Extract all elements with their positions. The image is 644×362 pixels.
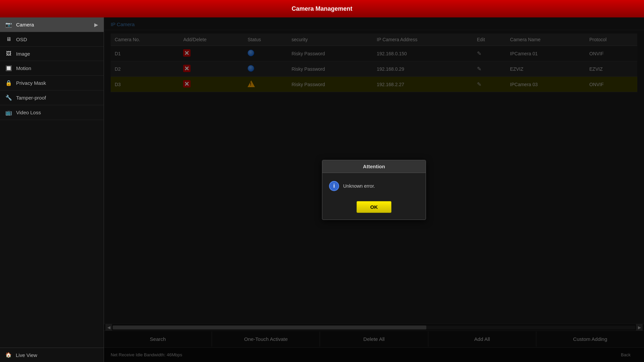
modal-title: Attention (322, 160, 426, 173)
modal-dialog: Attention i Unknown error. OK (322, 160, 426, 220)
modal-message: Unknown error. (343, 183, 375, 189)
arrow-icon: ▶ (94, 22, 98, 28)
modal-footer: OK (322, 198, 426, 220)
content-area: IP Camera Camera No.Add/DeleteStatussecu… (104, 17, 644, 362)
live-view-icon: 🏠 (5, 352, 12, 358)
image-icon: 🖼 (5, 51, 12, 57)
sidebar-label-privacy-mask: Privacy Mask (16, 80, 46, 86)
motion-icon: 🔲 (5, 65, 12, 71)
sidebar-label-image: Image (16, 51, 30, 57)
sidebar-item-image[interactable]: 🖼Image (0, 47, 104, 61)
sidebar-label-video-loss: Video Loss (16, 110, 41, 115)
sidebar-item-video-loss[interactable]: 📺Video Loss (0, 105, 104, 120)
osd-icon: 🖥 (5, 36, 12, 42)
title-text: Camera Management (291, 5, 352, 12)
sidebar-item-motion[interactable]: 🔲Motion (0, 61, 104, 76)
sidebar-label-camera: Camera (16, 22, 34, 27)
ok-button[interactable]: OK (357, 201, 392, 213)
sidebar-item-camera[interactable]: 📷Camera▶ (0, 17, 104, 32)
sidebar-live-view[interactable]: 🏠 Live View (0, 348, 104, 362)
camera-icon: 📷 (5, 21, 12, 28)
sidebar-item-osd[interactable]: 🖥OSD (0, 32, 104, 47)
sidebar-item-privacy-mask[interactable]: 🔒Privacy Mask (0, 76, 104, 90)
modal-overlay: Attention i Unknown error. OK (104, 17, 644, 362)
live-view-label: Live View (16, 352, 37, 358)
sidebar-label-motion: Motion (16, 65, 31, 71)
sidebar-spacer (0, 120, 104, 348)
info-icon: i (329, 181, 339, 191)
sidebar-label-tamper-proof: Tamper-proof (16, 95, 46, 101)
title-bar: Camera Management (0, 0, 644, 17)
sidebar-item-tamper-proof[interactable]: 🔧Tamper-proof (0, 90, 104, 105)
main-layout: 📷Camera▶🖥OSD🖼Image🔲Motion🔒Privacy Mask🔧T… (0, 17, 644, 362)
privacy-mask-icon: 🔒 (5, 80, 12, 86)
sidebar-items-container: 📷Camera▶🖥OSD🖼Image🔲Motion🔒Privacy Mask🔧T… (0, 17, 104, 120)
tamper-proof-icon: 🔧 (5, 95, 12, 101)
modal-body: i Unknown error. (322, 173, 426, 198)
sidebar-label-osd: OSD (16, 37, 27, 42)
sidebar: 📷Camera▶🖥OSD🖼Image🔲Motion🔒Privacy Mask🔧T… (0, 17, 104, 362)
video-loss-icon: 📺 (5, 109, 12, 116)
